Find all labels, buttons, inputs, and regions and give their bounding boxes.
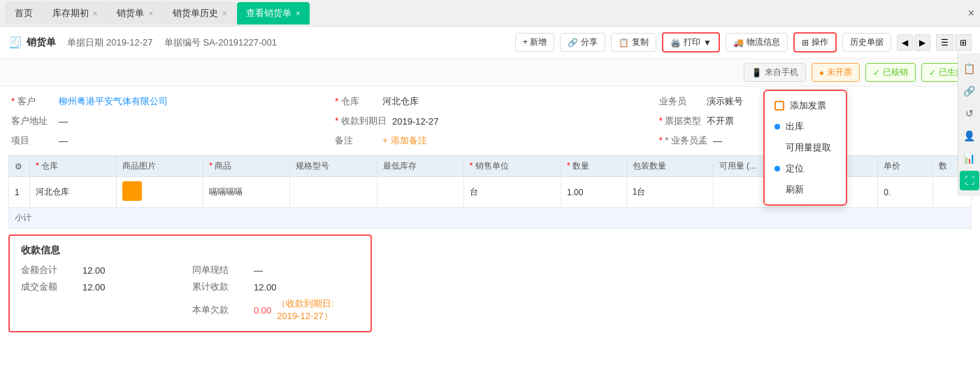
- operate-dropdown: 添加发票 出库 可用量提取 定位 刷新: [763, 90, 847, 206]
- total-value: 12.00: [82, 265, 106, 276]
- list-view-button[interactable]: ☰: [936, 34, 953, 51]
- locate-item[interactable]: 定位: [765, 158, 846, 179]
- product-image: [122, 181, 142, 201]
- refresh-item[interactable]: 刷新: [765, 179, 846, 200]
- customer-row: 客户 柳州粤港平安气体有限公司: [11, 95, 321, 108]
- tab-sales[interactable]: 销货单 ×: [108, 2, 161, 24]
- same-order-value: —: [254, 265, 263, 276]
- tab-view-sales-close[interactable]: ×: [296, 9, 300, 17]
- col-spec: 规格型号: [290, 156, 377, 177]
- operate-icon: ⊞: [802, 38, 809, 48]
- col-price: 单价: [878, 156, 932, 177]
- share-icon: 🔗: [568, 38, 578, 48]
- operate-button[interactable]: ⊞ 操作: [793, 32, 837, 52]
- tab-sales-close[interactable]: ×: [148, 9, 152, 17]
- copy-button[interactable]: 📋 复制: [611, 33, 656, 52]
- row-spec: [290, 177, 377, 208]
- effective-icon: ✓: [929, 68, 936, 78]
- doc-date-label: 单据日期 2019-12-27: [67, 36, 153, 49]
- remark-label: 备注: [335, 134, 377, 147]
- new-button[interactable]: + 新增: [515, 33, 554, 52]
- tab-inventory-label: 库存期初: [52, 7, 89, 20]
- right-sidebar: 📋 🔗 ↺ 👤 📊 ⛶: [958, 53, 980, 196]
- warehouse-value: 河北仓库: [382, 95, 419, 108]
- doc-no-label: 单据编号 SA-20191227-001: [164, 36, 278, 49]
- outbound-item[interactable]: 出库: [765, 116, 846, 137]
- check-icon: ✓: [873, 68, 880, 78]
- tab-sales-history-label: 销货单历史: [173, 7, 218, 20]
- row-product: 嗝嗝嗝嗝: [203, 177, 290, 208]
- tab-inventory-close[interactable]: ×: [93, 9, 97, 17]
- tab-bar-close-button[interactable]: ×: [968, 7, 974, 20]
- doc-title-text: 销货单: [27, 36, 56, 49]
- prev-arrow[interactable]: ◀: [897, 34, 913, 51]
- row-min-stock: [377, 177, 463, 208]
- print-button[interactable]: 🖨️ 打印 ▼: [662, 32, 720, 52]
- col-pack-qty: 包装数量: [626, 156, 713, 177]
- col-settings[interactable]: ⚙: [9, 156, 30, 177]
- logistics-icon: 🚚: [733, 38, 744, 48]
- project-value: —: [59, 136, 68, 146]
- due-item: 本单欠款 0.00 （收款到期日: 2019-12-27）: [192, 297, 359, 323]
- locate-dot: [774, 166, 780, 171]
- sidebar-icon-expand[interactable]: ⛶: [960, 171, 979, 190]
- history-button[interactable]: 历史单据: [842, 33, 891, 52]
- payment-info-box: 收款信息 金额合计 12.00 同单现结 — 成交金额 12.00 累计收款 1…: [8, 234, 372, 332]
- ticket-label: 票据类型: [659, 115, 702, 127]
- project-label: 项目: [11, 134, 53, 147]
- checked-button[interactable]: ✓ 已核销: [865, 63, 916, 82]
- add-remark-button[interactable]: + 添加备注: [382, 134, 426, 147]
- row-pack-qty: 1台: [626, 177, 713, 208]
- print-dropdown-arrow: ▼: [703, 38, 712, 48]
- sidebar-icon-copy[interactable]: 📋: [960, 59, 979, 78]
- next-arrow[interactable]: ▶: [914, 34, 930, 51]
- tab-inventory[interactable]: 库存期初 ×: [43, 2, 106, 24]
- payment-title: 收款信息: [21, 244, 359, 257]
- tab-home-label: 首页: [15, 7, 33, 20]
- sidebar-icon-link[interactable]: 🔗: [960, 81, 979, 101]
- locate-label: 定位: [786, 162, 804, 175]
- salesperson-label: 业务员: [659, 95, 701, 108]
- subtotal-label: 小计: [9, 208, 972, 229]
- main-content: 🧾 销货单 单据日期 2019-12-27 单据编号 SA-20191227-0…: [0, 27, 980, 373]
- sales-agent-label: * 业务员孟: [659, 134, 707, 147]
- available-qty-label: 可用量提取: [786, 141, 831, 154]
- tab-sales-history[interactable]: 销货单历史 ×: [164, 2, 236, 24]
- due-date-label: 收款到期日: [335, 115, 387, 127]
- refresh-dot: [774, 187, 780, 192]
- doc-icon: 🧾: [8, 36, 22, 49]
- warehouse-label: 仓库: [335, 95, 377, 108]
- row-qty: 1.00: [561, 177, 627, 208]
- tab-sales-history-close[interactable]: ×: [222, 9, 226, 17]
- subtotal-row: 小计: [9, 208, 972, 229]
- sidebar-icon-user[interactable]: 👤: [960, 126, 979, 146]
- ticket-icon: ●: [819, 68, 824, 78]
- copy-icon: 📋: [619, 38, 629, 48]
- share-button[interactable]: 🔗 分享: [560, 33, 605, 52]
- not-open-button[interactable]: ● 未开票: [812, 63, 860, 82]
- logistics-button[interactable]: 🚚 物流信息: [726, 33, 788, 52]
- tab-view-sales[interactable]: 查看销货单 ×: [237, 2, 309, 24]
- from-mobile-button[interactable]: 📱 来自手机: [744, 63, 806, 82]
- customer-value[interactable]: 柳州粤港平安气体有限公司: [59, 95, 168, 108]
- deal-item: 成交金额 12.00: [21, 281, 188, 293]
- address-value: —: [59, 116, 68, 127]
- doc-title-group: 🧾 销货单: [8, 36, 56, 49]
- same-order-label: 同单现结: [192, 264, 248, 276]
- customer-label: 客户: [11, 95, 53, 108]
- same-order-item: 同单现结 —: [192, 264, 359, 276]
- tab-bar: 首页 库存期初 × 销货单 × 销货单历史 × 查看销货单 × ×: [0, 0, 980, 27]
- available-dot: [774, 145, 780, 150]
- due-label: 本单欠款: [192, 304, 248, 316]
- available-qty-item[interactable]: 可用量提取: [765, 137, 846, 158]
- refresh-label: 刷新: [786, 183, 804, 196]
- tab-home[interactable]: 首页: [6, 2, 42, 24]
- grid-view-button[interactable]: ⊞: [955, 34, 972, 51]
- due-date-value: 2019-12-27: [392, 116, 439, 127]
- sidebar-icon-return[interactable]: ↺: [960, 104, 979, 123]
- sidebar-icon-chart[interactable]: 📊: [960, 148, 979, 168]
- due-date-row: 收款到期日 2019-12-27: [335, 115, 644, 127]
- row-index: 1: [9, 177, 30, 208]
- add-invoice-item[interactable]: 添加发票: [765, 95, 846, 116]
- col-unit: 销售单位: [463, 156, 561, 177]
